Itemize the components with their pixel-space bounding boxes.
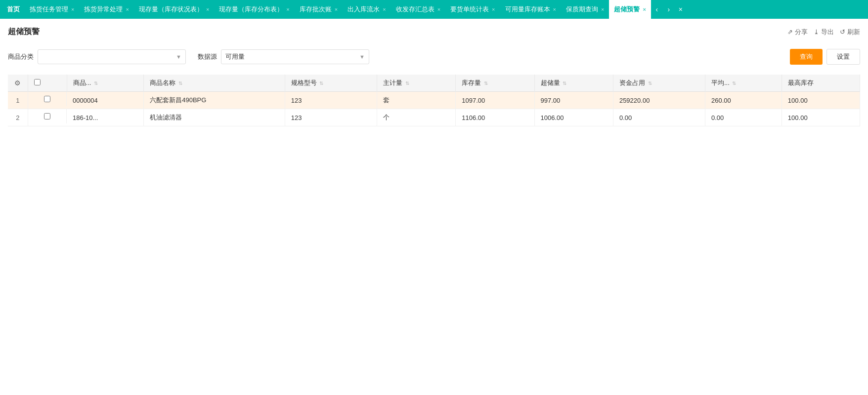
- cell-stock-0: 1097.00: [456, 92, 534, 109]
- cell-avg-1: 0.00: [705, 109, 781, 126]
- cell-unit-0: 套: [377, 92, 455, 109]
- nav-tab-home[interactable]: 首页: [2, 0, 25, 19]
- nav-tab-stock-batch-close[interactable]: ×: [335, 6, 338, 12]
- share-icon: ⇗: [787, 28, 793, 36]
- nav-tab-stock-dist[interactable]: 现存量（库存分布表） ×: [214, 0, 294, 19]
- nav-tab-exception-label: 拣货异常处理: [84, 5, 123, 14]
- th-product-code: 商品... ⇅: [67, 75, 144, 92]
- th-unit-sort-icon[interactable]: ⇅: [405, 80, 409, 86]
- th-checkbox: [28, 75, 67, 92]
- nav-tab-stock-dist-close[interactable]: ×: [286, 6, 289, 12]
- datasource-select[interactable]: 可用量 ▼: [221, 49, 369, 64]
- query-button[interactable]: 查询: [790, 49, 823, 65]
- select-all-checkbox[interactable]: [34, 79, 41, 85]
- th-unit: 主计量 ⇅: [377, 75, 455, 92]
- datasource-value: 可用量: [225, 52, 245, 61]
- nav-tab-order-stat-close[interactable]: ×: [492, 6, 495, 12]
- cell-product-name-0: 六配套新昌490BPG: [144, 92, 285, 109]
- cell-gear-1: 2: [8, 109, 28, 126]
- row-checkbox-1[interactable]: [44, 113, 50, 119]
- refresh-icon: ↺: [840, 28, 845, 36]
- nav-tab-exception[interactable]: 拣货异常处理 ×: [79, 0, 133, 19]
- table-row: 1 0000004 六配套新昌490BPG 123 套 1097.00 997.…: [8, 92, 860, 109]
- th-unit-label: 主计量: [383, 79, 402, 86]
- cell-avg-0: 260.00: [705, 92, 781, 109]
- datasource-label: 数据源: [198, 52, 217, 61]
- nav-tab-task-close[interactable]: ×: [71, 6, 74, 12]
- th-stock: 库存量 ⇅: [456, 75, 534, 92]
- main-content: 超储预警 ⇗ 分享 ⤓ 导出 ↺ 刷新 商品分类 ▼ 数据源: [0, 19, 868, 395]
- nav-tab-inout-flow-close[interactable]: ×: [383, 6, 386, 12]
- nav-tab-stock-batch[interactable]: 库存批次账 ×: [295, 0, 343, 19]
- nav-tab-exception-close[interactable]: ×: [126, 6, 129, 12]
- th-avg-label: 平均...: [711, 79, 730, 86]
- cell-capital-0: 259220.00: [613, 92, 705, 109]
- nav-prev-arrow[interactable]: ‹: [651, 0, 663, 19]
- th-gear: ⚙: [8, 75, 28, 92]
- nav-tab-available-stock-close[interactable]: ×: [553, 6, 556, 12]
- nav-tab-recv-summary-label: 收发存汇总表: [396, 5, 434, 14]
- nav-tab-stock-status-close[interactable]: ×: [206, 6, 209, 12]
- cell-overstock-1: 1006.00: [534, 109, 613, 126]
- th-product-name-sort-icon[interactable]: ⇅: [178, 80, 182, 86]
- th-capital-sort-icon[interactable]: ⇅: [648, 80, 652, 86]
- category-filter: 商品分类 ▼: [8, 49, 186, 64]
- filter-row: 商品分类 ▼ 数据源 可用量 ▼ 查询 设置: [8, 45, 860, 69]
- nav-more-arrow[interactable]: ×: [675, 0, 687, 19]
- th-capital: 资金占用 ⇅: [613, 75, 705, 92]
- th-product-name-label: 商品名称: [150, 79, 175, 86]
- nav-tab-available-stock[interactable]: 可用量库存账本 ×: [500, 0, 561, 19]
- nav-tab-quality-check-label: 保质期查询: [566, 5, 598, 14]
- page-title: 超储预警: [8, 27, 40, 37]
- datasource-filter: 数据源 可用量 ▼: [198, 49, 369, 64]
- export-icon: ⤓: [814, 28, 819, 36]
- export-label: 导出: [821, 28, 834, 37]
- th-spec: 规格型号 ⇅: [285, 75, 377, 92]
- cell-max-stock-0: 100.00: [781, 92, 860, 109]
- row-checkbox-0[interactable]: [44, 96, 50, 102]
- nav-tab-overstock-warning[interactable]: 超储预警 ×: [609, 0, 651, 19]
- th-product-name: 商品名称 ⇅: [144, 75, 285, 92]
- th-product-code-sort-icon[interactable]: ⇅: [94, 80, 98, 86]
- th-spec-label: 规格型号: [291, 79, 317, 86]
- top-nav: 首页 拣货任务管理 × 拣货异常处理 × 现存量（库存状况表） × 现存量（库存…: [0, 0, 868, 19]
- nav-tab-order-stat[interactable]: 要货单统计表 ×: [445, 0, 500, 19]
- th-avg-sort-icon[interactable]: ⇅: [732, 80, 736, 86]
- refresh-button[interactable]: ↺ 刷新: [840, 28, 860, 37]
- export-button[interactable]: ⤓ 导出: [814, 28, 834, 37]
- th-spec-sort-icon[interactable]: ⇅: [319, 80, 323, 86]
- th-max-stock-label: 最高库存: [788, 79, 814, 86]
- nav-tab-overstock-warning-close[interactable]: ×: [643, 6, 646, 12]
- nav-tab-recv-summary-close[interactable]: ×: [437, 6, 440, 12]
- nav-tab-stock-status[interactable]: 现存量（库存状况表） ×: [134, 0, 214, 19]
- th-stock-label: 库存量: [462, 79, 481, 86]
- th-stock-sort-icon[interactable]: ⇅: [484, 80, 488, 86]
- table-row: 2 186-10... 机油滤清器 123 个 1106.00 1006.00 …: [8, 109, 860, 126]
- cell-stock-1: 1106.00: [456, 109, 534, 126]
- share-button[interactable]: ⇗ 分享: [787, 28, 808, 37]
- nav-tab-quality-check-close[interactable]: ×: [601, 6, 604, 12]
- data-table: ⚙ 商品... ⇅ 商品名称 ⇅ 规格型号 ⇅ 主计量: [8, 75, 860, 126]
- nav-tab-quality-check[interactable]: 保质期查询 ×: [561, 0, 609, 19]
- gear-icon[interactable]: ⚙: [14, 79, 21, 87]
- th-overstock-sort-icon[interactable]: ⇅: [563, 80, 566, 86]
- settings-button[interactable]: 设置: [826, 49, 860, 65]
- category-select[interactable]: ▼: [38, 49, 186, 64]
- nav-tab-order-stat-label: 要货单统计表: [450, 5, 489, 14]
- nav-next-arrow[interactable]: ›: [663, 0, 675, 19]
- table-header: ⚙ 商品... ⇅ 商品名称 ⇅ 规格型号 ⇅ 主计量: [8, 75, 860, 92]
- category-label: 商品分类: [8, 52, 34, 61]
- share-label: 分享: [795, 28, 808, 37]
- nav-tab-task[interactable]: 拣货任务管理 ×: [25, 0, 79, 19]
- nav-tab-available-stock-label: 可用量库存账本: [505, 5, 550, 14]
- cell-product-code-1: 186-10...: [67, 109, 144, 126]
- nav-tab-recv-summary[interactable]: 收发存汇总表 ×: [391, 0, 445, 19]
- nav-tab-inout-flow[interactable]: 出入库流水 ×: [343, 0, 391, 19]
- cell-gear-0: 1: [8, 92, 28, 109]
- nav-tab-stock-dist-label: 现存量（库存分布表）: [219, 5, 283, 14]
- nav-tab-task-label: 拣货任务管理: [30, 5, 68, 14]
- cell-spec-0: 123: [285, 92, 377, 109]
- th-overstock: 超储量 ⇅: [534, 75, 613, 92]
- nav-tab-inout-flow-label: 出入库流水: [347, 5, 380, 14]
- th-max-stock: 最高库存: [781, 75, 860, 92]
